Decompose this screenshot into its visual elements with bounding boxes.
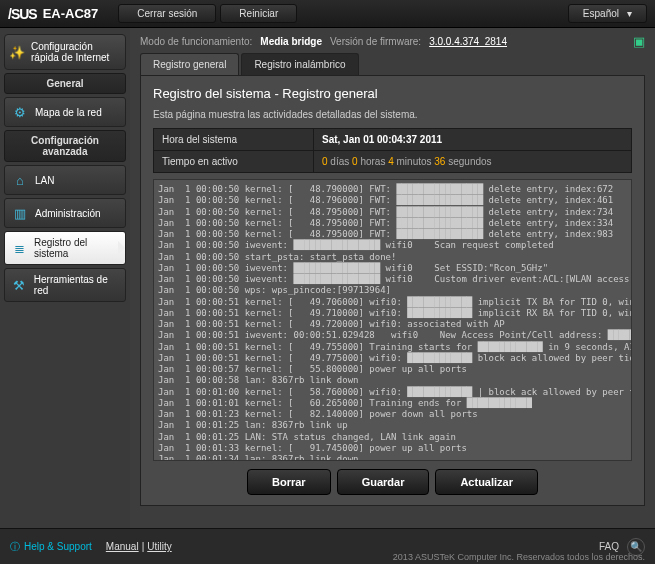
language-select[interactable]: Español▾ [568,4,647,23]
tab-wireless-log[interactable]: Registro inalámbrico [241,53,358,75]
faq-link[interactable]: FAQ [599,541,619,552]
settings-icon[interactable]: ▣ [633,34,645,49]
logout-button[interactable]: Cerrar sesión [118,4,216,23]
sidebar-item-networkmap[interactable]: ⚙ Mapa de la red [4,97,126,127]
doc-icon: ▥ [11,204,29,222]
page-desc: Esta página muestra las actividades deta… [153,109,632,120]
mode-value: Media bridge [260,36,322,47]
header: /SUS EA-AC87 Cerrar sesión Reiniciar Esp… [0,0,655,28]
quick-internet-setup[interactable]: ✨ Configuración rápida de Internet [4,34,126,70]
log-textarea[interactable]: Jan 1 00:00:50 kernel: [ 48.790000] FWT:… [153,179,632,461]
copyright: 2013 ASUSTeK Computer Inc. Reservados to… [393,552,645,562]
uptime-label: Tiempo en activo [154,151,314,173]
systime-label: Hora del sistema [154,129,314,151]
mode-label: Modo de funcionamiento: [140,36,252,47]
reboot-button[interactable]: Reiniciar [220,4,297,23]
tabs: Registro general Registro inalámbrico [140,53,645,76]
uptime-value: 0 días 0 horas 4 minutos 36 segundos [314,151,632,173]
refresh-button[interactable]: Actualizar [435,469,538,495]
chevron-down-icon: ▾ [627,8,632,19]
manual-link[interactable]: Manual [106,541,139,552]
tools-icon: ⚒ [11,276,28,294]
sidebar: ✨ Configuración rápida de Internet Gener… [0,28,130,528]
tab-general-log[interactable]: Registro general [140,53,239,75]
utility-link[interactable]: Utility [147,541,171,552]
home-icon: ⌂ [11,171,29,189]
main-panel: Modo de funcionamiento: Media bridge Ver… [130,28,655,528]
network-icon: ⚙ [11,103,29,121]
save-button[interactable]: Guardar [337,469,430,495]
fw-label: Versión de firmware: [330,36,421,47]
help-link[interactable]: Help & Support [24,541,92,552]
sidebar-item-lan[interactable]: ⌂ LAN [4,165,126,195]
brand-logo: /SUS [8,6,37,22]
clear-button[interactable]: Borrar [247,469,331,495]
sidebar-item-nettools[interactable]: ⚒ Herramientas de red [4,268,126,302]
systime-value: Sat, Jan 01 00:04:37 2011 [314,129,632,151]
fw-version[interactable]: 3.0.0.4.374_2814 [429,36,507,47]
help-icon: ⓘ [10,540,20,554]
page-title: Registro del sistema - Registro general [153,86,632,101]
model-name: EA-AC87 [43,6,99,21]
info-table: Hora del sistema Sat, Jan 01 00:04:37 20… [153,128,632,173]
wand-icon: ✨ [9,43,25,61]
table-row: Tiempo en activo 0 días 0 horas 4 minuto… [154,151,632,173]
content: Registro del sistema - Registro general … [140,76,645,506]
section-advanced: Configuración avanzada [4,130,126,162]
log-icon: ≣ [11,239,28,257]
sidebar-item-admin[interactable]: ▥ Administración [4,198,126,228]
sidebar-item-syslog[interactable]: ≣ Registro del sistema [4,231,126,265]
section-general: General [4,73,126,94]
table-row: Hora del sistema Sat, Jan 01 00:04:37 20… [154,129,632,151]
